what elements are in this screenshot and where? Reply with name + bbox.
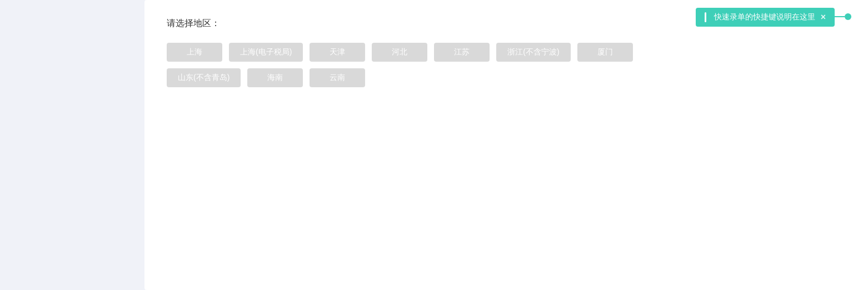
region-buttons-row1: 上海上海(电子税局)天津河北江苏浙江(不含宁波)厦门 bbox=[167, 43, 846, 62]
tooltip-banner: 快速录单的快捷键说明在这里 × bbox=[696, 8, 835, 27]
region-buttons-row2: 山东(不含青岛)海南云南 bbox=[167, 68, 846, 87]
region-button[interactable]: 天津 bbox=[310, 43, 365, 62]
tooltip-connector-dot bbox=[845, 13, 851, 20]
region-button[interactable]: 海南 bbox=[247, 68, 303, 87]
region-button[interactable]: 江苏 bbox=[434, 43, 490, 62]
tooltip-text: 快速录单的快捷键说明在这里 bbox=[714, 12, 815, 22]
region-button[interactable]: 河北 bbox=[372, 43, 427, 62]
region-button[interactable]: 云南 bbox=[310, 68, 365, 87]
main-content: 请选择地区： 上海上海(电子税局)天津河北江苏浙江(不含宁波)厦门 山东(不含青… bbox=[144, 0, 868, 290]
region-button[interactable]: 厦门 bbox=[577, 43, 633, 62]
region-button[interactable]: 山东(不含青岛) bbox=[167, 68, 241, 87]
region-button[interactable]: 上海 bbox=[167, 43, 222, 62]
sidebar bbox=[0, 0, 144, 290]
tooltip-close-button[interactable]: × bbox=[821, 12, 826, 22]
tooltip-connector-line bbox=[835, 16, 845, 17]
region-button[interactable]: 浙江(不含宁波) bbox=[496, 43, 570, 62]
region-button[interactable]: 上海(电子税局) bbox=[229, 43, 303, 62]
